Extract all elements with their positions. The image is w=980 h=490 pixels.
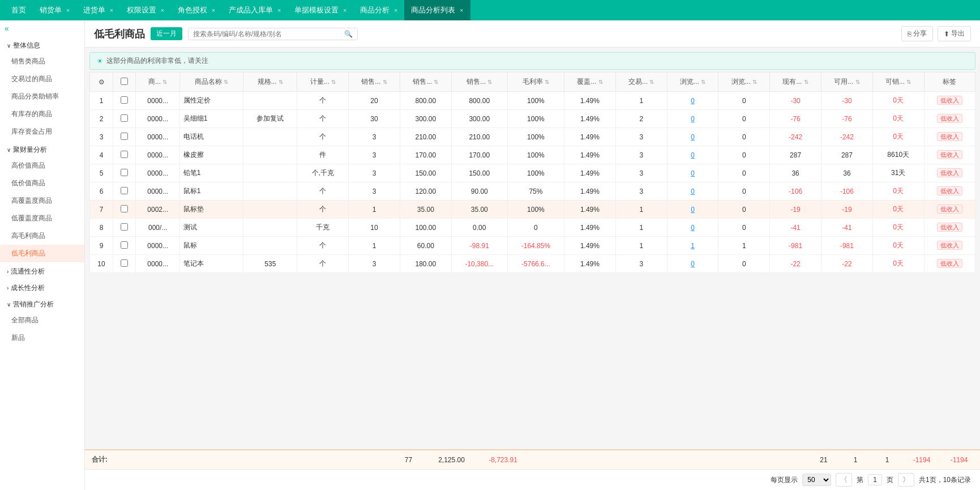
row-checkbox[interactable] (121, 151, 128, 158)
nav-role-auth[interactable]: 角色授权 × (171, 0, 222, 20)
export-button[interactable]: ⬆ 导出 (938, 26, 971, 41)
prev-page-button[interactable]: 〈 (836, 473, 852, 487)
col-tag[interactable]: 标签 (924, 73, 975, 92)
col-sales1[interactable]: 销售... ⇅ (349, 73, 400, 92)
cell-check[interactable] (113, 237, 136, 255)
per-page-select[interactable]: 20 50 100 200 (802, 474, 831, 486)
cell-sales1: 1 (349, 201, 400, 219)
sidebar-item-all-goods[interactable]: 全部商品 (0, 312, 84, 329)
sidebar-group-liquidity[interactable]: › 流通性分析 (0, 262, 84, 279)
cell-no: 3 (90, 128, 113, 146)
table-footer: 合计: 77 2,125.00 -8,723.91 21 1 1 -1194 -… (85, 449, 980, 469)
nav-sales-order[interactable]: 销货单 × (33, 0, 76, 20)
close-icon[interactable]: × (460, 7, 463, 14)
row-checkbox[interactable] (121, 205, 128, 212)
nav-product-analysis-list[interactable]: 商品分析列表 × (404, 0, 470, 20)
period-button[interactable]: 近一月 (151, 27, 182, 40)
sidebar-item-high-value[interactable]: 高价值商品 (0, 157, 84, 174)
close-icon[interactable]: × (394, 7, 397, 14)
close-icon[interactable]: × (66, 7, 70, 14)
nav-product-analysis[interactable]: 商品分析 × (353, 0, 404, 20)
col-name[interactable]: 商品名称 ⇅ (179, 73, 243, 92)
col-spec[interactable]: 规格... ⇅ (243, 73, 297, 92)
close-icon[interactable]: × (110, 7, 113, 14)
table-row: 3 0000... 电话机 个 3 210.00 210.00 100% 1.4… (90, 128, 975, 146)
close-icon[interactable]: × (277, 7, 281, 14)
row-checkbox[interactable] (121, 241, 128, 249)
sidebar-item-new-goods[interactable]: 新品 (0, 329, 84, 347)
sidebar-item-capital-use[interactable]: 库存资金占用 (0, 123, 84, 140)
sidebar-item-low-value[interactable]: 低价值商品 (0, 174, 84, 192)
cell-current: 287 (770, 146, 821, 164)
cell-check[interactable] (113, 110, 136, 128)
cell-check[interactable] (113, 255, 136, 273)
row-checkbox[interactable] (121, 187, 128, 194)
nav-product-storage[interactable]: 产成品入库单 × (222, 0, 288, 20)
sidebar-item-high-coverage[interactable]: 高覆盖度商品 (0, 192, 84, 210)
col-settings[interactable]: ⚙ (90, 73, 113, 92)
select-all-checkbox[interactable] (121, 78, 128, 85)
col-sales3[interactable]: 销售... ⇅ (451, 73, 507, 92)
sidebar-group-wealth-analysis[interactable]: ∨ 聚财量分析 (0, 140, 84, 157)
sidebar-item-low-margin[interactable]: 低毛利商品 (0, 245, 84, 262)
cell-check[interactable] (113, 92, 136, 110)
sidebar-item-sales-goods[interactable]: 销售类商品 (0, 53, 84, 70)
row-checkbox[interactable] (121, 223, 128, 231)
row-checkbox[interactable] (121, 169, 128, 176)
cell-check[interactable] (113, 164, 136, 182)
search-box[interactable]: 🔍 (188, 28, 358, 40)
col-gross-rate[interactable]: 毛利率 ⇅ (507, 73, 564, 92)
share-button[interactable]: ⎘ 分享 (901, 26, 933, 41)
row-checkbox[interactable] (121, 133, 128, 140)
row-checkbox[interactable] (121, 96, 128, 104)
row-checkbox[interactable] (121, 114, 128, 122)
row-checkbox[interactable] (121, 259, 128, 267)
cell-check[interactable] (113, 128, 136, 146)
nav-template-settings[interactable]: 单据模板设置 × (288, 0, 353, 20)
cell-name: 鼠标 (179, 237, 243, 255)
collapse-sidebar-button[interactable]: « (2, 23, 11, 34)
col-browse1[interactable]: 浏览... ⇅ (667, 73, 718, 92)
col-available[interactable]: 可用... ⇅ (821, 73, 873, 92)
sidebar-item-in-stock[interactable]: 有库存的商品 (0, 105, 84, 123)
col-check[interactable] (113, 73, 136, 92)
cell-sales3: 35.00 (451, 201, 507, 219)
search-icon[interactable]: 🔍 (344, 30, 353, 38)
col-current[interactable]: 现有... ⇅ (770, 73, 821, 92)
cell-unit: 件 (297, 146, 349, 164)
sidebar-group-growth[interactable]: › 成长性分析 (0, 279, 84, 295)
cell-browse2: 0 (718, 110, 770, 128)
sidebar-group-overall[interactable]: ∨ 整体信息 (0, 36, 84, 53)
col-trade[interactable]: 交易... ⇅ (615, 73, 667, 92)
col-browse2[interactable]: 浏览... ⇅ (718, 73, 770, 92)
cell-check[interactable] (113, 146, 136, 164)
cell-check[interactable] (113, 182, 136, 201)
next-page-button[interactable]: 〉 (898, 473, 914, 487)
search-input[interactable] (193, 30, 344, 38)
nav-home[interactable]: 首页 (5, 0, 33, 20)
close-icon[interactable]: × (343, 7, 346, 14)
cell-sales3: 800.00 (451, 92, 507, 110)
cell-trade: 2 (615, 110, 667, 128)
sidebar-item-high-margin[interactable]: 高毛利商品 (0, 227, 84, 245)
cell-check[interactable] (113, 201, 136, 219)
col-code[interactable]: 商... ⇅ (136, 73, 179, 92)
close-icon[interactable]: × (212, 7, 215, 14)
nav-purchase-order[interactable]: 进货单 × (76, 0, 120, 20)
cell-sales2: 60.00 (400, 237, 451, 255)
cell-check[interactable] (113, 219, 136, 237)
notice-text: 这部分商品的利润非常低，请关注 (106, 56, 208, 66)
cell-saleable: 0天 (872, 219, 924, 237)
sidebar-item-traded-goods[interactable]: 交易过的商品 (0, 70, 84, 88)
col-coverage[interactable]: 覆盖... ⇅ (564, 73, 616, 92)
cell-code: 0000... (136, 255, 179, 273)
sidebar-item-low-coverage[interactable]: 低覆盖度商品 (0, 210, 84, 227)
col-unit[interactable]: 计量... ⇅ (297, 73, 349, 92)
nav-permissions[interactable]: 权限设置 × (120, 0, 171, 20)
col-saleable[interactable]: 可销... ⇅ (872, 73, 924, 92)
cell-browse2: 0 (718, 92, 770, 110)
sidebar-group-marketing[interactable]: ∨ 营销推广分析 (0, 295, 84, 312)
close-icon[interactable]: × (161, 7, 164, 14)
sidebar-item-category-rate[interactable]: 商品分类助销率 (0, 88, 84, 105)
col-sales2[interactable]: 销售... ⇅ (400, 73, 451, 92)
